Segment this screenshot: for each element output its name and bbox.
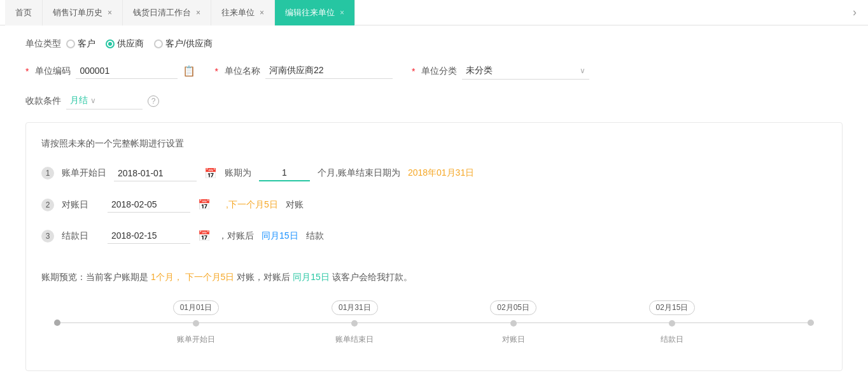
tab-sales-history-close[interactable]: × [108,8,112,17]
unit-name-required: * [214,66,218,76]
category-dropdown-arrow: ∨ [580,66,585,75]
timeline-dot-2 [351,320,358,327]
unit-code-input[interactable] [76,63,178,79]
payment-terms-label: 收款条件 [25,95,61,107]
tab-partner-close[interactable]: × [260,8,264,17]
timeline-point-3: 02月05日 对账日 [490,300,536,345]
timeline-date-1: 01月01日 [173,300,220,315]
tab-edit-partner-close[interactable]: × [340,8,344,17]
timeline-start-dot [54,320,60,326]
row-3-same-month: 同月15日 [262,230,298,242]
start-date-input[interactable] [114,165,197,181]
timeline-desc-4: 结款日 [661,334,683,345]
timeline-end-dot [808,320,814,326]
timeline-points: 01月01日 账单开始日 01月31日 账单结束日 02月05日 对账日 [54,300,814,345]
payment-date-calendar[interactable]: 📅 [198,230,211,242]
unit-name-item: * 单位名称 [214,63,392,79]
unit-type-item: 单位类型 客户 供应商 客户/供应商 [25,38,213,50]
unit-code-copy-icon[interactable]: 📋 [183,65,195,77]
tab-cash-work[interactable]: 钱货日清工作台 × [123,0,211,25]
setting-row-3: 3 结款日 📅 ，对账后 同月15日 结款 [41,228,827,244]
unit-code-item: * 单位编码 📋 [25,63,195,79]
month-period-input[interactable] [259,165,310,181]
unit-category-required: * [412,66,415,76]
unit-code-label: 单位编码 [35,66,71,77]
payment-terms-value: 月结 [70,95,88,106]
settings-title: 请按照未来的一个完整帐期进行设置 [41,138,827,150]
reconcile-date-input[interactable] [108,197,190,213]
radio-customer[interactable]: 客户 [66,38,95,50]
timeline-point-4: 02月15日 结款日 [649,300,696,345]
timeline-dot-3 [510,320,517,327]
tab-cash-work-close[interactable]: × [196,8,200,17]
row-1-text-before: 账期为 [225,167,251,179]
row-2-suffix: 对账 [286,199,304,211]
row-3-label: 结款日 [62,230,100,242]
tab-partner[interactable]: 往来单位 × [211,0,275,25]
setting-row-1: 1 账单开始日 📅 账期为 个月,账单结束日期为 2018年01月31日 [41,165,827,181]
timeline-point-1: 01月01日 账单开始日 [173,300,220,345]
radio-customer-supplier-circle [154,39,163,48]
preview-part1: 1个月， [151,272,183,282]
payment-terms-item: 收款条件 月结 ∨ ? [25,92,159,109]
unit-category-label: 单位分类 [421,66,457,77]
unit-info-row: * 单位编码 📋 * 单位名称 * 单位分类 未分类 ∨ [25,62,843,80]
unit-type-row: 单位类型 客户 供应商 客户/供应商 [25,38,843,50]
main-content: 单位类型 客户 供应商 客户/供应商 * 单位编码 [0,25,868,387]
timeline-date-3: 02月05日 [490,300,536,315]
row-2-label: 对账日 [62,199,100,211]
unit-name-input[interactable] [265,63,393,79]
timeline-date-2: 01月31日 [332,300,378,315]
timeline-dot-1 [193,320,199,327]
radio-customer-supplier-label: 客户/供应商 [165,38,213,50]
timeline-desc-3: 对账日 [502,334,525,345]
unit-type-radio-group: 客户 供应商 客户/供应商 [66,38,213,50]
tab-home-label: 首页 [15,7,32,18]
payment-terms-arrow: ∨ [90,96,96,105]
tab-bar: 首页 销售订单历史 × 钱货日清工作台 × 往来单位 × 编辑往来单位 × › [0,0,868,25]
tab-home[interactable]: 首页 [5,0,43,25]
radio-supplier[interactable]: 供应商 [106,38,144,50]
row-2-next-month: ,下一个月5日 [226,199,278,211]
tab-edit-partner[interactable]: 编辑往来单位 × [275,0,355,25]
timeline-point-2: 01月31日 账单结束日 [332,300,378,345]
row-num-2: 2 [41,199,54,211]
payment-terms-row: 收款条件 月结 ∨ ? [25,92,843,109]
radio-customer-circle [66,39,75,48]
timeline: 01月01日 账单开始日 01月31日 账单结束日 02月05日 对账日 [41,300,827,345]
row-1-label: 账单开始日 [62,167,106,179]
tab-more-button[interactable]: › [846,6,863,19]
tab-sales-history[interactable]: 销售订单历史 × [43,0,123,25]
radio-customer-supplier[interactable]: 客户/供应商 [154,38,213,50]
timeline-dot-4 [669,320,675,327]
tab-sales-history-label: 销售订单历史 [53,7,102,18]
timeline-point-end-dot [808,320,814,326]
radio-customer-label: 客户 [78,38,95,50]
settings-box: 请按照未来的一个完整帐期进行设置 1 账单开始日 📅 账期为 个月,账单结束日期… [25,122,843,371]
row-3-prefix: ，对账后 [218,230,254,242]
unit-category-item: * 单位分类 未分类 ∨ [412,62,589,80]
radio-supplier-label: 供应商 [117,38,144,50]
preview-part5: 该客户会给我打款。 [332,272,412,282]
setting-row-2: 2 对账日 📅 ,下一个月5日 对账 [41,197,827,213]
unit-name-label: 单位名称 [225,66,260,77]
timeline-desc-2: 账单结束日 [335,334,374,345]
reconcile-date-calendar[interactable]: 📅 [198,199,211,211]
radio-supplier-circle [106,39,115,48]
payment-date-input[interactable] [108,228,190,244]
end-date-highlight: 2018年01月31日 [408,167,474,179]
tab-cash-work-label: 钱货日清工作台 [133,7,191,18]
timeline-desc-1: 账单开始日 [177,334,215,345]
row-3-suffix: 结款 [306,230,324,242]
start-date-calendar[interactable]: 📅 [204,167,217,179]
timeline-date-4: 02月15日 [649,300,696,315]
payment-terms-dropdown[interactable]: 月结 ∨ [66,92,143,109]
tab-partner-label: 往来单位 [221,7,255,18]
tab-edit-partner-label: 编辑往来单位 [285,7,335,18]
payment-terms-help[interactable]: ? [148,95,159,107]
preview-part2: 下一个月5日 [185,272,235,282]
preview-part4: 同月15日 [293,272,330,282]
row-1-text-after: 个月,账单结束日期为 [318,167,400,179]
unit-category-dropdown[interactable]: 未分类 ∨ [462,62,589,80]
row-num-3: 3 [41,230,54,243]
